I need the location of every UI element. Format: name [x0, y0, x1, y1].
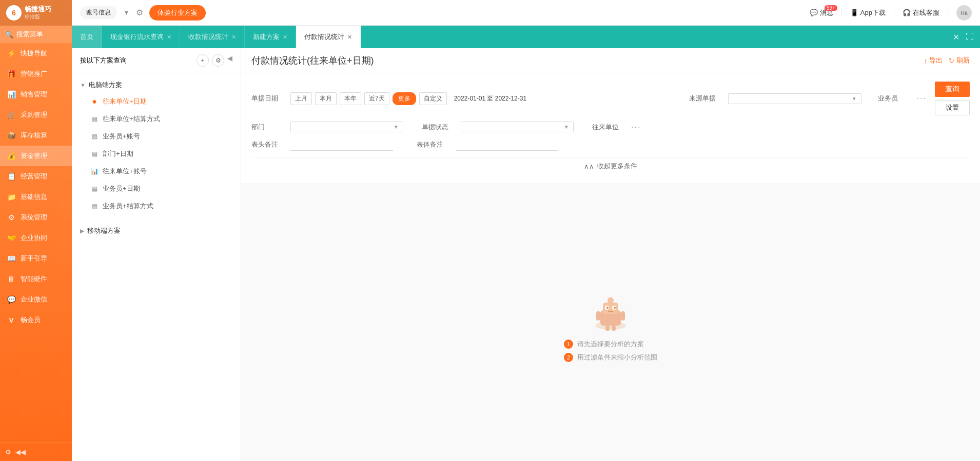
svg-point-6: [614, 307, 616, 309]
svg-rect-13: [609, 297, 612, 304]
sidebar-search[interactable]: 🔍 搜索菜单: [0, 26, 72, 43]
notification-button[interactable]: 💬 消息 99+: [810, 8, 833, 17]
body-note-input[interactable]: [456, 138, 558, 151]
user-avatar-button[interactable]: Rit: [956, 5, 972, 21]
tab-payment[interactable]: 付款情况统计 ✕: [296, 26, 361, 48]
online-service-button[interactable]: 🎧 在线客服: [903, 8, 939, 17]
sidebar-item-finance[interactable]: 💰 资金管理: [0, 146, 72, 166]
filter-row-3: 表头备注 表体备注: [251, 138, 970, 151]
date-custom[interactable]: 自定义: [419, 92, 447, 105]
hardware-icon: 🖥: [6, 274, 16, 284]
tab-bank-close[interactable]: ✕: [167, 34, 171, 41]
tab-home-label: 首页: [80, 32, 93, 42]
refresh-icon: ↻: [949, 57, 954, 65]
filter-row-1: 单据日期 上月 本月 本年 近7天 更多 自定义 2022-01-01 至 20…: [251, 82, 970, 115]
status-select[interactable]: ▼: [461, 122, 574, 132]
header-divider-2: [894, 9, 894, 17]
left-panel-actions: + ⚙ ◀: [197, 54, 232, 67]
sidebar-item-guide[interactable]: 📖 新手引导: [0, 248, 72, 269]
svg-rect-11: [612, 326, 616, 331]
salesman-dots[interactable]: ···: [917, 94, 927, 103]
salesman-filter-label: 业务员: [878, 94, 909, 103]
account-dropdown-icon[interactable]: ▼: [123, 9, 130, 16]
sidebar: 6 畅捷通巧 标准版 🔍 搜索菜单 ⚡ 快捷导航 🎁 营销推广 📊 销售管理 🛒…: [0, 0, 72, 461]
filter-area: 单据日期 上月 本月 本年 近7天 更多 自定义 2022-01-01 至 20…: [241, 73, 980, 183]
scheme-unit-date[interactable]: ● 往来单位+日期: [72, 93, 241, 110]
tab-payment-close[interactable]: ✕: [347, 34, 352, 41]
basic-icon: 📁: [6, 192, 16, 202]
header-settings-icon[interactable]: ⚙: [136, 8, 143, 17]
add-scheme-button[interactable]: +: [197, 54, 209, 67]
account-selector[interactable]: 账号信息: [80, 6, 117, 19]
header-note-input[interactable]: [290, 138, 393, 151]
collapse-more-button[interactable]: ∧∧ 收起更多条件: [251, 157, 970, 175]
bottom-settings-icon[interactable]: ⚙: [5, 448, 11, 456]
sidebar-item-label: 采购管理: [21, 110, 47, 119]
date-this-year[interactable]: 本年: [340, 92, 361, 105]
sidebar-item-purchase[interactable]: 🛒 采购管理: [0, 105, 72, 125]
scheme-settings-button[interactable]: ⚙: [212, 54, 224, 67]
system-icon: ⚙: [6, 212, 16, 223]
sidebar-item-wechat[interactable]: 💬 企业微信: [0, 289, 72, 310]
trial-button[interactable]: 体验行业方案: [149, 5, 206, 21]
sidebar-item-sales[interactable]: 📊 销售管理: [0, 84, 72, 105]
scheme-unit-date-label: 往来单位+日期: [103, 97, 147, 106]
scheme-unit-settlement[interactable]: ▦ 往来单位+结算方式: [72, 110, 241, 128]
mobile-section-label: 移动端方案: [87, 226, 121, 235]
tab-new-scheme-close[interactable]: ✕: [283, 34, 287, 41]
dept-filter-label: 部门: [251, 123, 282, 132]
date-last-7days[interactable]: 近7天: [364, 92, 389, 105]
empty-state: 1 请先选择要分析的方案 2 用过滤条件来缩小分析范围: [241, 183, 980, 461]
tab-maximize-icon[interactable]: ⛶: [966, 32, 974, 42]
tab-bar: 首页 现金银行流水查询 ✕ 收款情况统计 ✕ 新建方案 ✕ 付款情况统计 ✕ ✕…: [72, 26, 980, 48]
sidebar-item-vip[interactable]: V 畅会员: [0, 310, 72, 330]
bottom-collapse-icon[interactable]: ◀◀: [15, 448, 26, 456]
tab-bank[interactable]: 现金银行流水查询 ✕: [102, 26, 180, 48]
scheme-dept-date[interactable]: ▦ 部门+日期: [72, 145, 241, 163]
sidebar-item-label: 企业协同: [21, 233, 47, 243]
desktop-section-label: 电脑端方案: [89, 81, 122, 90]
purchase-icon: 🛒: [6, 110, 16, 120]
scheme-unit-account[interactable]: 📊 往来单位+账号: [72, 163, 241, 180]
tab-home[interactable]: 首页: [72, 26, 102, 48]
export-button[interactable]: ↑ 导出: [924, 56, 943, 65]
scheme-salesman-account[interactable]: ▦ 业务员+账号: [72, 128, 241, 145]
scheme-salesman-date-label: 业务员+日期: [103, 184, 140, 193]
tab-receipt[interactable]: 收款情况统计 ✕: [180, 26, 245, 48]
scheme-salesman-date-icon: ▦: [90, 185, 99, 193]
mobile-section-title[interactable]: ▶ 移动端方案: [72, 223, 241, 238]
sidebar-item-hardware[interactable]: 🖥 智能硬件: [0, 269, 72, 289]
sidebar-item-basic[interactable]: 📁 基础信息: [0, 187, 72, 207]
tab-new-scheme[interactable]: 新建方案 ✕: [245, 26, 296, 48]
app-download-button[interactable]: 📱 App下载: [850, 8, 886, 17]
sidebar-item-system[interactable]: ⚙ 系统管理: [0, 207, 72, 228]
scheme-unit-settlement-icon: ▦: [90, 115, 99, 123]
tab-receipt-close[interactable]: ✕: [231, 34, 236, 41]
date-last-month[interactable]: 上月: [290, 92, 312, 105]
dept-select[interactable]: ▼: [290, 122, 403, 132]
header-actions: 💬 消息 99+ 📱 App下载 🎧 在线客服 Rit: [810, 5, 972, 21]
marketing-icon: 🎁: [6, 69, 16, 79]
inventory-icon: 📦: [6, 130, 16, 141]
source-select[interactable]: ▼: [728, 93, 861, 104]
filter-settings-button[interactable]: 设置: [935, 100, 970, 115]
sidebar-item-enterprise[interactable]: 🤝 企业协同: [0, 228, 72, 248]
sidebar-item-inventory[interactable]: 📦 库存核算: [0, 125, 72, 146]
date-this-month[interactable]: 本月: [315, 92, 337, 105]
sidebar-item-marketing[interactable]: 🎁 营销推广: [0, 64, 72, 84]
guide-icon: 📖: [6, 253, 16, 264]
page-area: 按以下方案查询 + ⚙ ◀ ▼ 电脑端方案 ● 往来单位+日期 ▦: [72, 48, 980, 461]
sidebar-item-operations[interactable]: 📋 经营管理: [0, 166, 72, 187]
date-more[interactable]: 更多: [393, 92, 416, 105]
query-button[interactable]: 查询: [935, 82, 970, 97]
tab-close-all-icon[interactable]: ✕: [953, 32, 959, 42]
scheme-unit-date-icon: ●: [90, 97, 99, 106]
refresh-button[interactable]: ↻ 刷新: [949, 56, 970, 65]
left-panel-collapse-button[interactable]: ◀: [227, 54, 232, 67]
tab-bank-label: 现金银行流水查询: [110, 32, 164, 42]
desktop-section-title[interactable]: ▼ 电脑端方案: [72, 77, 241, 93]
scheme-salesman-date[interactable]: ▦ 业务员+日期: [72, 180, 241, 197]
sidebar-item-quicknav[interactable]: ⚡ 快捷导航: [0, 43, 72, 64]
scheme-salesman-settlement[interactable]: ▦ 业务员+结算方式: [72, 197, 241, 215]
partner-dots[interactable]: ···: [631, 123, 641, 132]
